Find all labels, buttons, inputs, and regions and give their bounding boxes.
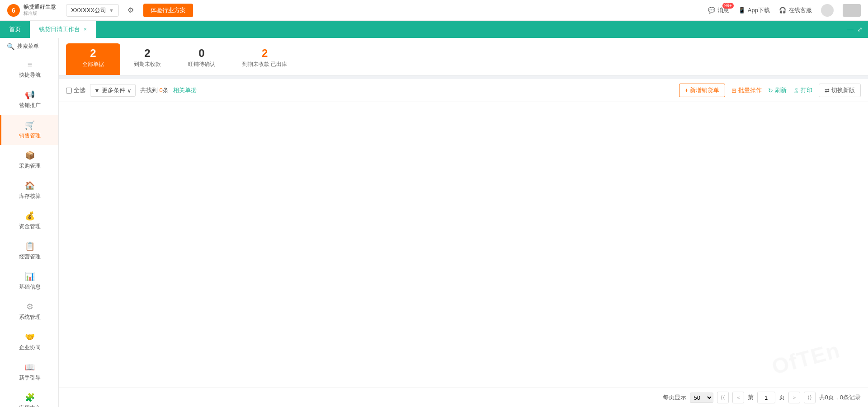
content-area: 2 全部单据 2 到期未收款 0 旺铺待确认 2 到期未收款 已出库 全选 xyxy=(59,38,868,407)
related-records-link[interactable]: 相关单据 xyxy=(173,86,197,94)
refresh-icon: ↻ xyxy=(768,87,773,94)
found-text: 共找到 0条 xyxy=(140,86,169,94)
select-all-checkbox[interactable]: 全选 xyxy=(66,86,85,94)
batch-operation-button[interactable]: ⊞ 批量操作 xyxy=(731,86,762,94)
switch-label: 切换新版 xyxy=(831,86,855,94)
company-selector[interactable]: XXXXXX公司 ▼ xyxy=(66,4,119,17)
avatar2[interactable] xyxy=(843,4,861,17)
sidebar-item-label: 营销推广 xyxy=(19,102,41,109)
enterprise-icon: 🤝 xyxy=(25,332,35,342)
logo-text: 畅捷通好生意 标准版 xyxy=(24,4,56,17)
marketing-icon: 📢 xyxy=(25,90,35,100)
filter-arrow-icon: ∨ xyxy=(127,87,132,94)
inventory-icon: 🏠 xyxy=(25,181,35,191)
sidebar-item-label: 经营管理 xyxy=(19,253,41,261)
sidebar-item-inventory[interactable]: 🏠 库存核算 xyxy=(0,175,58,206)
stat-num-pending: 0 xyxy=(188,47,215,60)
trial-button[interactable]: 体验行业方案 xyxy=(143,4,193,17)
print-button[interactable]: 🖨 打印 xyxy=(793,86,812,94)
search-icon: 🔍 xyxy=(7,43,14,50)
sidebar-item-marketing[interactable]: 📢 营销推广 xyxy=(0,84,58,115)
top-header: 6 畅捷通好生意 标准版 XXXXXX公司 ▼ ⚙ 体验行业方案 💬 消息 99… xyxy=(0,0,868,21)
message-button[interactable]: 💬 消息 99+ xyxy=(708,6,729,14)
per-page-label: 每页显示 xyxy=(663,393,686,402)
switch-version-button[interactable]: ⇄ 切换新版 xyxy=(819,84,861,97)
filter-icon: ▼ xyxy=(94,87,100,94)
total-records-label: 共0页，0条记录 xyxy=(819,393,861,402)
sidebar-item-label: 资金管理 xyxy=(19,223,41,230)
sidebar-item-sales[interactable]: 🛒 销售管理 xyxy=(0,115,58,145)
company-arrow-icon: ▼ xyxy=(109,8,114,13)
stat-num-overdue: 2 xyxy=(134,47,161,60)
filter-button[interactable]: ▼ 更多条件 ∨ xyxy=(90,84,136,97)
last-page-button[interactable]: ⟩⟩ xyxy=(804,392,816,403)
stat-label-pending: 旺铺待确认 xyxy=(188,61,215,68)
sidebar-item-system[interactable]: ⚙ 系统管理 xyxy=(0,296,58,327)
stat-card-overdue[interactable]: 2 到期未收款 xyxy=(120,43,175,75)
prev-page-button[interactable]: ＜ xyxy=(732,392,744,403)
stat-card-all[interactable]: 2 全部单据 xyxy=(66,43,120,75)
table-area xyxy=(59,102,868,388)
stat-card-shipped[interactable]: 2 到期未收款 已出库 xyxy=(229,43,301,75)
tab-close-icon[interactable]: × xyxy=(84,26,87,33)
refresh-label: 刷新 xyxy=(775,86,787,94)
page-number-input[interactable] xyxy=(757,392,775,403)
sidebar-item-label: 企业协同 xyxy=(19,344,41,351)
sidebar-item-apps[interactable]: 🧩 应用中心 xyxy=(0,387,58,407)
sidebar-item-guide[interactable]: 📖 新手引导 xyxy=(0,357,58,387)
tab-home-label: 首页 xyxy=(9,25,21,33)
download-icon: 📱 xyxy=(738,7,745,14)
sidebar-item-operations[interactable]: 📋 经营管理 xyxy=(0,236,58,266)
stat-label-shipped: 到期未收款 已出库 xyxy=(242,61,287,68)
tab-workbench[interactable]: 钱货日清工作台 × xyxy=(30,21,96,38)
checkbox-input[interactable] xyxy=(66,88,72,94)
search-menu-label: 搜索菜单 xyxy=(17,42,39,50)
sidebar-item-label: 采购管理 xyxy=(19,162,41,170)
apps-icon: 🧩 xyxy=(25,393,35,402)
window-minimize-icon[interactable]: — xyxy=(847,26,854,33)
stats-row: 2 全部单据 2 到期未收款 0 旺铺待确认 2 到期未收款 已出库 xyxy=(59,38,868,75)
per-page-select[interactable]: 50 10 20 100 xyxy=(690,393,713,403)
select-all-label: 全选 xyxy=(74,86,85,94)
filter-label: 更多条件 xyxy=(102,86,125,94)
batch-label: 批量操作 xyxy=(738,86,762,94)
window-maximize-icon[interactable]: ⤢ xyxy=(857,26,863,33)
switch-icon: ⇄ xyxy=(825,87,830,94)
sidebar-item-label: 基础信息 xyxy=(19,283,41,291)
refresh-button[interactable]: ↻ 刷新 xyxy=(768,86,787,94)
stat-num-all: 2 xyxy=(80,47,107,60)
toolbar: 全选 ▼ 更多条件 ∨ 共找到 0条 相关单据 + 新增销货单 ⊞ 批量操作 xyxy=(59,79,868,102)
sidebar-item-label: 新手引导 xyxy=(19,374,41,382)
sidebar-item-quick-nav[interactable]: ≡ 快捷导航 xyxy=(0,55,58,84)
sidebar-item-label: 应用中心 xyxy=(19,404,41,407)
basics-icon: 📊 xyxy=(25,271,35,281)
stat-label-all: 全部单据 xyxy=(80,61,107,68)
sidebar-item-finance[interactable]: 💰 资金管理 xyxy=(0,206,58,236)
settings-button[interactable]: ⚙ xyxy=(123,3,138,18)
stat-card-pending[interactable]: 0 旺铺待确认 xyxy=(175,43,229,75)
first-page-button[interactable]: ⟨⟨ xyxy=(717,392,729,403)
sidebar-item-label: 快捷导航 xyxy=(19,71,41,79)
purchase-icon: 📦 xyxy=(25,150,35,160)
tab-home[interactable]: 首页 xyxy=(0,21,30,38)
stat-num-shipped: 2 xyxy=(242,47,287,60)
add-sale-button[interactable]: + 新增销货单 xyxy=(679,84,725,97)
next-page-button[interactable]: ＞ xyxy=(788,392,800,403)
sidebar-item-basics[interactable]: 📊 基础信息 xyxy=(0,266,58,296)
main-layout: 🔍 搜索菜单 ≡ 快捷导航 📢 营销推广 🛒 销售管理 📦 采购管理 🏠 库存核… xyxy=(0,38,868,407)
finance-icon: 💰 xyxy=(25,211,35,221)
avatar[interactable] xyxy=(821,4,834,17)
system-icon: ⚙ xyxy=(26,302,33,312)
quick-nav-icon: ≡ xyxy=(28,60,33,70)
sidebar-item-enterprise[interactable]: 🤝 企业协同 xyxy=(0,327,58,357)
company-name: XXXXXX公司 xyxy=(71,6,106,14)
online-service-button[interactable]: 🎧 在线客服 xyxy=(779,6,812,14)
sidebar-item-purchase[interactable]: 📦 采购管理 xyxy=(0,145,58,175)
search-menu-item[interactable]: 🔍 搜索菜单 xyxy=(0,38,58,55)
logo-area: 6 畅捷通好生意 标准版 xyxy=(7,4,66,17)
app-download-button[interactable]: 📱 App下载 xyxy=(738,6,770,14)
sidebar-item-label: 销售管理 xyxy=(19,132,41,140)
operations-icon: 📋 xyxy=(25,241,35,251)
message-icon: 💬 xyxy=(708,7,715,14)
online-service-label: 在线客服 xyxy=(788,6,812,14)
